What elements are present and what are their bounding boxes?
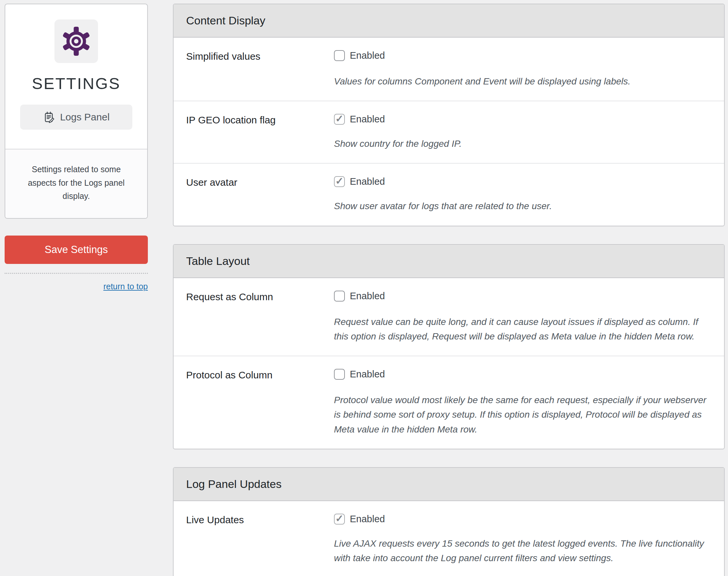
setting-row-simplified-values: Simplified values Enabled Values for col… bbox=[174, 38, 724, 101]
logs-panel-button[interactable]: Logs Panel bbox=[20, 105, 132, 129]
setting-row-live-updates: Live Updates Enabled Live AJAX requests … bbox=[174, 501, 724, 576]
enabled-option[interactable]: Enabled bbox=[334, 514, 385, 524]
setting-label: Protocol as Column bbox=[186, 369, 334, 439]
setting-description: Show country for the logged IP. bbox=[334, 137, 711, 151]
sidebar-divider bbox=[5, 273, 148, 274]
enabled-label: Enabled bbox=[350, 514, 385, 524]
section-title: Content Display bbox=[186, 14, 711, 27]
enabled-label: Enabled bbox=[350, 176, 385, 187]
enabled-label: Enabled bbox=[350, 369, 385, 380]
sidebar-description: Settings related to some aspects for the… bbox=[5, 149, 147, 218]
setting-description: Request value can be quite long, and it … bbox=[334, 315, 711, 344]
enabled-checkbox[interactable] bbox=[334, 369, 345, 380]
setting-control: Enabled Protocol value would most likely… bbox=[334, 369, 711, 439]
setting-control: Enabled Show user avatar for logs that a… bbox=[334, 176, 711, 216]
section-table-layout: Table Layout Request as Column Enabled R… bbox=[173, 244, 725, 449]
enabled-option[interactable]: Enabled bbox=[334, 50, 385, 61]
setting-label: Live Updates bbox=[186, 514, 334, 568]
main-content: Content Display Simplified values Enable… bbox=[173, 4, 725, 576]
setting-label: Simplified values bbox=[186, 50, 334, 91]
setting-control: Enabled Request value can be quite long,… bbox=[334, 291, 711, 346]
enabled-label: Enabled bbox=[350, 114, 385, 125]
setting-row-user-avatar: User avatar Enabled Show user avatar for… bbox=[174, 164, 724, 225]
settings-page: SETTINGS Logs Panel Settings related to … bbox=[0, 0, 728, 576]
enabled-checkbox[interactable] bbox=[334, 291, 345, 301]
sidebar: SETTINGS Logs Panel Settings related to … bbox=[5, 4, 148, 291]
enabled-option[interactable]: Enabled bbox=[334, 114, 385, 125]
enabled-checkbox[interactable] bbox=[334, 114, 345, 125]
setting-row-protocol-as-column: Protocol as Column Enabled Protocol valu… bbox=[174, 356, 724, 449]
return-to-top-link[interactable]: return to top bbox=[5, 282, 148, 291]
section-content-display: Content Display Simplified values Enable… bbox=[173, 4, 725, 226]
section-header: Content Display bbox=[174, 4, 724, 38]
enabled-checkbox[interactable] bbox=[334, 514, 345, 524]
enabled-option[interactable]: Enabled bbox=[334, 291, 385, 301]
enabled-checkbox[interactable] bbox=[334, 50, 345, 61]
gear-icon bbox=[61, 26, 91, 56]
setting-label: User avatar bbox=[186, 176, 334, 216]
settings-gear-tile bbox=[54, 20, 98, 63]
enabled-checkbox[interactable] bbox=[334, 176, 345, 187]
section-title: Log Panel Updates bbox=[186, 478, 711, 491]
section-header: Table Layout bbox=[174, 245, 724, 278]
enabled-label: Enabled bbox=[350, 50, 385, 61]
logs-panel-label: Logs Panel bbox=[60, 112, 110, 123]
setting-description: Values for columns Component and Event w… bbox=[334, 74, 711, 89]
settings-card: SETTINGS Logs Panel Settings related to … bbox=[5, 4, 148, 219]
setting-label: IP GEO location flag bbox=[186, 114, 334, 154]
setting-control: Enabled Values for columns Component and… bbox=[334, 50, 711, 91]
enabled-option[interactable]: Enabled bbox=[334, 176, 385, 187]
setting-control: Enabled Show country for the logged IP. bbox=[334, 114, 711, 154]
setting-row-request-as-column: Request as Column Enabled Request value … bbox=[174, 278, 724, 356]
enabled-label: Enabled bbox=[350, 291, 385, 301]
setting-control: Enabled Live AJAX requests every 15 seco… bbox=[334, 514, 711, 568]
setting-row-ip-geo-location-flag: IP GEO location flag Enabled Show countr… bbox=[174, 101, 724, 164]
section-log-panel-updates: Log Panel Updates Live Updates Enabled L… bbox=[173, 467, 725, 576]
notepad-pen-icon bbox=[43, 111, 55, 123]
section-header: Log Panel Updates bbox=[174, 468, 724, 501]
sidebar-title: SETTINGS bbox=[5, 74, 147, 93]
setting-description: Show user avatar for logs that are relat… bbox=[334, 199, 711, 213]
setting-description: Live AJAX requests every 15 seconds to g… bbox=[334, 537, 711, 566]
section-title: Table Layout bbox=[186, 255, 711, 267]
save-settings-button[interactable]: Save Settings bbox=[5, 235, 148, 264]
setting-label: Request as Column bbox=[186, 291, 334, 346]
setting-description: Protocol value would most likely be the … bbox=[334, 393, 711, 437]
enabled-option[interactable]: Enabled bbox=[334, 369, 385, 380]
